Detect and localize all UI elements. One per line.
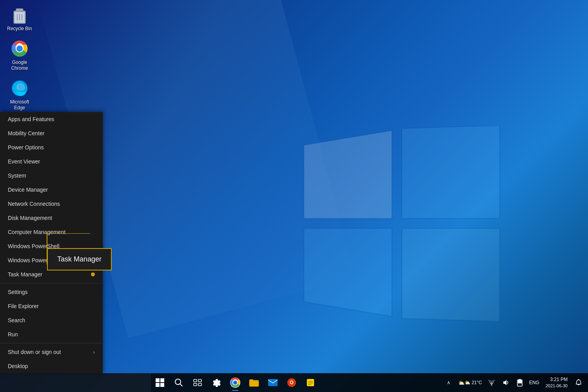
- menu-item-shut-down[interactable]: Shut down or sign out ›: [0, 345, 103, 359]
- tray-battery-icon[interactable]: [514, 374, 526, 392]
- svg-rect-23: [160, 383, 164, 387]
- edge-label: Microsoft Edge: [5, 99, 34, 111]
- taskbar-file-explorer-button[interactable]: [245, 374, 263, 392]
- microsoft-edge-icon[interactable]: Microsoft Edge: [4, 77, 35, 113]
- recycle-bin-label: Recycle Bin: [7, 26, 32, 32]
- svg-point-42: [491, 385, 492, 386]
- tray-language-icon[interactable]: ENG: [528, 374, 541, 392]
- taskbar-items: O: [151, 373, 439, 392]
- menu-divider-1: [0, 283, 103, 283]
- tray-network-icon[interactable]: [485, 374, 498, 392]
- menu-item-desktop[interactable]: Desktop: [0, 359, 103, 373]
- svg-rect-38: [307, 379, 314, 386]
- tray-chevron-icon[interactable]: ∧: [443, 374, 455, 392]
- svg-marker-3: [402, 229, 500, 322]
- menu-item-settings[interactable]: Settings: [0, 285, 103, 299]
- recycle-bin-image: [10, 5, 29, 24]
- taskbar-task-view-button[interactable]: [189, 374, 207, 392]
- desktop: Recycle Bin: [0, 0, 588, 392]
- desktop-icons: Recycle Bin: [4, 4, 35, 113]
- taskbar-search-button[interactable]: [170, 374, 188, 392]
- svg-marker-2: [304, 229, 392, 317]
- svg-rect-27: [198, 379, 201, 382]
- shut-down-chevron-icon: ›: [93, 349, 95, 355]
- svg-line-25: [180, 384, 182, 386]
- svg-point-16: [18, 47, 22, 51]
- taskbar-start-button[interactable]: [151, 374, 169, 392]
- task-manager-tooltip: Task Manager: [47, 248, 112, 270]
- menu-item-mobility-center[interactable]: Mobility Center: [0, 126, 103, 140]
- menu-item-file-explorer[interactable]: File Explorer: [0, 299, 103, 313]
- svg-rect-28: [194, 383, 197, 386]
- taskbar-chrome-button[interactable]: [226, 374, 244, 392]
- edge-image: [10, 79, 29, 98]
- notification-button[interactable]: [572, 374, 585, 392]
- svg-rect-20: [156, 378, 160, 382]
- svg-rect-7: [15, 11, 25, 12]
- menu-item-search[interactable]: Search: [0, 313, 103, 327]
- taskbar-notes-button[interactable]: [301, 374, 319, 392]
- svg-marker-0: [304, 131, 392, 219]
- chrome-image: [10, 39, 29, 58]
- svg-rect-26: [194, 379, 197, 382]
- menu-item-computer-management[interactable]: Computer Management: [0, 225, 103, 239]
- menu-item-run[interactable]: Run: [0, 327, 103, 341]
- context-menu: Apps and Features Mobility Center Power …: [0, 112, 103, 373]
- recycle-bin-icon[interactable]: Recycle Bin: [4, 4, 35, 34]
- taskbar-settings-button[interactable]: [207, 374, 225, 392]
- google-chrome-icon[interactable]: Google Chrome: [4, 38, 35, 73]
- tray-sound-icon[interactable]: [499, 374, 512, 392]
- taskbar-office-button[interactable]: O: [283, 374, 301, 392]
- task-manager-dot: [91, 272, 95, 276]
- svg-marker-1: [402, 125, 500, 219]
- menu-item-network-connections[interactable]: Network Connections: [0, 197, 103, 211]
- menu-item-disk-management[interactable]: Disk Management: [0, 211, 103, 225]
- svg-rect-35: [268, 379, 278, 386]
- svg-rect-45: [518, 380, 522, 383]
- svg-rect-34: [249, 380, 259, 387]
- menu-item-apps-features[interactable]: Apps and Features: [0, 112, 103, 126]
- svg-rect-21: [160, 378, 164, 382]
- menu-item-event-viewer[interactable]: Event Viewer: [0, 154, 103, 169]
- svg-point-33: [234, 381, 237, 384]
- taskbar: O ∧ ⛅ ⛅ 21°C: [0, 373, 588, 392]
- system-tray: ∧ ⛅ ⛅ 21°C: [439, 373, 588, 392]
- menu-divider-2: [0, 343, 103, 343]
- chrome-label: Google Chrome: [5, 60, 34, 72]
- tray-weather-icon[interactable]: ⛅ ⛅ 21°C: [457, 374, 484, 392]
- system-tray-time[interactable]: 3:21 PM 2021-06-30: [543, 376, 571, 389]
- menu-item-device-manager[interactable]: Device Manager: [0, 183, 103, 197]
- taskbar-start-area[interactable]: [0, 373, 151, 392]
- taskbar-mail-button[interactable]: [264, 374, 282, 392]
- menu-item-system[interactable]: System: [0, 169, 103, 183]
- menu-item-power-options[interactable]: Power Options: [0, 140, 103, 154]
- svg-rect-29: [198, 383, 201, 386]
- svg-rect-22: [156, 383, 160, 387]
- svg-rect-44: [519, 379, 521, 380]
- desktop-windows-logo: [255, 125, 549, 321]
- svg-text:O: O: [290, 380, 293, 385]
